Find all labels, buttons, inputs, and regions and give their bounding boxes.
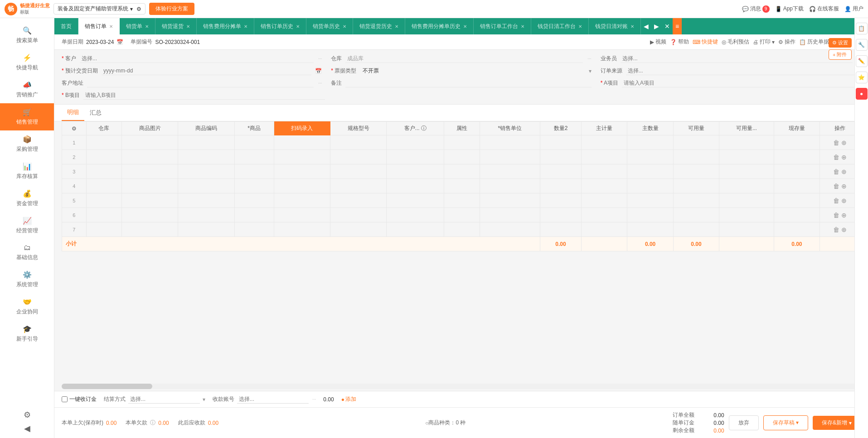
support-btn[interactable]: 🎧 在线客服: [809, 5, 839, 13]
row-cell-7-13[interactable]: [673, 222, 719, 237]
b-project-input[interactable]: [83, 91, 325, 100]
row-cell-2-4[interactable]: [234, 150, 274, 164]
row-cell-6-15[interactable]: [774, 208, 820, 222]
row-cell-1-4[interactable]: [234, 135, 274, 150]
tab-return-goods-hist[interactable]: 销货退货历史 ✕: [353, 18, 405, 34]
row-cell-2-3[interactable]: [178, 150, 234, 164]
row-copy-4[interactable]: ⊕: [841, 183, 847, 190]
customer-input[interactable]: [80, 54, 314, 63]
row-cell-5-12[interactable]: [627, 193, 673, 208]
tab-expense-hist[interactable]: 销售费用分摊单历史 ✕: [405, 18, 474, 34]
tab-next-btn[interactable]: ▶: [651, 18, 662, 34]
row-cell-6-2[interactable]: [121, 208, 178, 222]
right-panel-btn-4[interactable]: ⭐: [856, 72, 868, 83]
row-cell-2-12[interactable]: [627, 150, 673, 164]
tab-order-workbench[interactable]: 销售订单工作台 ✕: [474, 18, 531, 34]
payment-input[interactable]: [128, 395, 200, 404]
sidebar-item-inventory[interactable]: 📊 库存核算: [0, 158, 54, 185]
row-cell-3-2[interactable]: [121, 164, 178, 179]
notification-btn[interactable]: 💬 消息 9: [742, 5, 770, 13]
row-cell-4-13[interactable]: [673, 179, 719, 193]
profit-btn[interactable]: ◎ 毛利预估: [722, 38, 749, 46]
row-cell-7-1[interactable]: [86, 222, 121, 237]
tab-close-cash-daily[interactable]: ✕: [578, 24, 582, 29]
tab-sales-order[interactable]: 销售订单 ✕: [78, 18, 120, 34]
sidebar-item-corp[interactable]: 🤝 企业协同: [0, 293, 54, 320]
row-cell-6-10[interactable]: [540, 208, 581, 222]
row-cell-6-14[interactable]: [719, 208, 774, 222]
tab-close-expense-hist[interactable]: ✕: [463, 24, 467, 29]
tab-home[interactable]: 首页: [54, 18, 78, 34]
payment-dropdown[interactable]: ▾: [203, 396, 205, 403]
row-cell-5-4[interactable]: [234, 193, 274, 208]
row-cell-1-8[interactable]: [444, 135, 480, 150]
row-cell-7-8[interactable]: [444, 222, 480, 237]
row-cell-5-1[interactable]: [86, 193, 121, 208]
row-cell-2-1[interactable]: [86, 150, 121, 164]
discard-button[interactable]: 放弃: [729, 415, 759, 430]
row-cell-3-12[interactable]: [627, 164, 673, 179]
view-btn[interactable]: ▶ 视频: [650, 38, 666, 46]
row-cell-5-5[interactable]: [274, 193, 330, 208]
tab-close-return-hist[interactable]: ✕: [343, 24, 346, 29]
row-copy-2[interactable]: ⊕: [841, 154, 847, 161]
tab-summary[interactable]: 汇总: [84, 105, 107, 120]
row-cell-3-4[interactable]: [234, 164, 274, 179]
one-click-checkbox[interactable]: [62, 396, 68, 402]
row-cell-6-12[interactable]: [627, 208, 673, 222]
tab-sales-order-hist[interactable]: 销售订单历史 ✕: [254, 18, 306, 34]
warehouse-input[interactable]: [345, 54, 583, 63]
row-copy-6[interactable]: ⊕: [841, 212, 847, 219]
salesman-input[interactable]: [621, 54, 853, 63]
row-cell-7-12[interactable]: [627, 222, 673, 237]
delivery-input[interactable]: [102, 67, 311, 75]
row-cell-5-11[interactable]: [582, 193, 627, 208]
row-cell-2-10[interactable]: [540, 150, 581, 164]
row-cell-5-14[interactable]: [719, 193, 774, 208]
row-cell-5-9[interactable]: [480, 193, 540, 208]
operate-btn[interactable]: ⚙ 操作: [778, 38, 795, 46]
row-cell-1-5[interactable]: [274, 135, 330, 150]
row-delete-3[interactable]: 🗑: [833, 168, 839, 175]
add-btn[interactable]: ● 添加: [341, 395, 356, 403]
row-delete-4[interactable]: 🗑: [833, 183, 839, 190]
sidebar-settings-btn[interactable]: ⚙: [24, 410, 31, 420]
row-cell-7-3[interactable]: [178, 222, 234, 237]
row-delete-2[interactable]: 🗑: [833, 154, 839, 161]
row-cell-3-10[interactable]: [540, 164, 581, 179]
row-delete-1[interactable]: 🗑: [833, 139, 839, 146]
customer-dots[interactable]: ···: [318, 56, 322, 61]
row-cell-4-15[interactable]: [774, 179, 820, 193]
row-cell-2-15[interactable]: [774, 150, 820, 164]
row-cell-3-14[interactable]: [719, 164, 774, 179]
row-cell-3-6[interactable]: [330, 164, 387, 179]
row-cell-3-5[interactable]: [274, 164, 330, 179]
row-cell-1-3[interactable]: [178, 135, 234, 150]
tab-sales-expense[interactable]: 销售费用分摊单 ✕: [197, 18, 254, 34]
sidebar-item-purchase[interactable]: 📦 采购管理: [0, 130, 54, 158]
tab-prev-btn[interactable]: ◀: [641, 18, 651, 34]
row-cell-2-14[interactable]: [719, 150, 774, 164]
row-cell-6-1[interactable]: [86, 208, 121, 222]
row-cell-3-13[interactable]: [673, 164, 719, 179]
row-cell-6-8[interactable]: [444, 208, 480, 222]
history-btn[interactable]: 📋 历史单据: [799, 38, 829, 46]
row-cell-2-7[interactable]: [387, 150, 444, 164]
sidebar-item-search[interactable]: 🔍 搜索菜单: [0, 22, 54, 49]
sidebar-item-newbie[interactable]: 🎓 新手引导: [0, 320, 54, 347]
row-cell-6-4[interactable]: [234, 208, 274, 222]
right-panel-btn-3[interactable]: ✏️: [856, 55, 868, 67]
row-cell-3-8[interactable]: [444, 164, 480, 179]
sidebar-item-basic[interactable]: 🗂 基础信息: [0, 239, 54, 266]
row-cell-6-13[interactable]: [673, 208, 719, 222]
row-cell-7-15[interactable]: [774, 222, 820, 237]
sidebar-item-operation[interactable]: 📈 经营管理: [0, 212, 54, 239]
row-cell-7-6[interactable]: [330, 222, 387, 237]
tab-close-reconcile[interactable]: ✕: [630, 24, 634, 29]
row-cell-3-15[interactable]: [774, 164, 820, 179]
row-cell-3-7[interactable]: [387, 164, 444, 179]
row-cell-3-3[interactable]: [178, 164, 234, 179]
row-cell-4-12[interactable]: [627, 179, 673, 193]
row-cell-1-13[interactable]: [673, 135, 719, 150]
row-cell-4-2[interactable]: [121, 179, 178, 193]
